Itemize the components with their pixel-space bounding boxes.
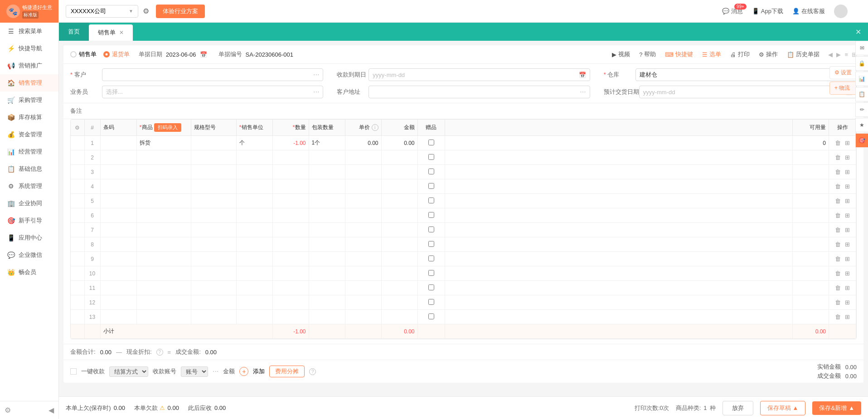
tab-sales-order[interactable]: 销售单 ✕ [89,24,133,41]
row-product-12[interactable] [136,295,191,310]
row-price-6[interactable] [345,208,381,223]
row-pkgqty-8[interactable] [309,237,345,252]
row-copy-7[interactable]: ⊞ [845,226,850,233]
settings-button[interactable]: ⚙ 设置 [829,66,857,79]
row-qty-9[interactable] [272,252,309,266]
list-view-icon[interactable]: ≡ [844,51,848,58]
sidebar-item-basics[interactable]: 📋 基础信息 [0,160,58,178]
gift-checkbox-4[interactable] [428,183,434,189]
row-copy-1[interactable]: ⊞ [845,140,850,146]
customer-addr-input[interactable]: ··· [369,86,590,98]
row-amount-9[interactable] [381,252,417,266]
row-product-13[interactable] [136,310,191,324]
row-qty-6[interactable] [272,208,309,223]
row-qty-7[interactable] [272,223,309,237]
row-barcode-11[interactable] [100,281,136,295]
row-barcode-8[interactable] [100,237,136,252]
row-gift-2[interactable] [417,150,445,165]
row-gift-4[interactable] [417,179,445,194]
row-memo-4[interactable] [445,179,793,194]
gift-checkbox-5[interactable] [428,197,434,203]
sidebar-item-finance[interactable]: 💰 资金管理 [0,126,58,143]
sidebar-item-search[interactable]: ☰ 搜索菜单 [0,23,58,40]
expense-info-icon[interactable]: ? [309,368,316,375]
row-copy-10[interactable]: ⊞ [845,270,850,277]
sidebar-item-wechat[interactable]: 💬 企业微信 [0,246,58,264]
sidebar-item-member[interactable]: 👑 畅会员 [0,264,58,281]
row-pkgqty-6[interactable] [309,208,345,223]
sidebar-item-guide[interactable]: 🎯 新手引导 [0,212,58,229]
industry-button[interactable]: 体验行业方案 [156,5,205,18]
salesman-input[interactable]: 选择... ··· [102,86,323,98]
row-product-7[interactable] [136,223,191,237]
row-spec-7[interactable] [191,223,236,237]
account-dots[interactable]: ··· [213,367,218,376]
row-barcode-9[interactable] [100,252,136,266]
row-pkgqty-11[interactable] [309,281,345,295]
row-pkgqty-7[interactable] [309,223,345,237]
row-qty-4[interactable] [272,179,309,194]
row-barcode-1[interactable] [100,136,136,150]
rp-btn-2[interactable]: 🔒 [855,56,868,71]
row-gift-9[interactable] [417,252,445,266]
row-pkgqty-3[interactable] [309,165,345,179]
row-pkgqty-9[interactable] [309,252,345,266]
account-select[interactable]: 账号 [181,366,208,377]
print-button[interactable]: 🖨 打印 [727,49,752,60]
row-memo-5[interactable] [445,194,793,208]
ops-button[interactable]: ⚙ 操作 [756,49,781,60]
row-product-4[interactable] [136,179,191,194]
row-qty-3[interactable] [272,165,309,179]
row-amount-2[interactable] [381,150,417,165]
row-amount-4[interactable] [381,179,417,194]
notes-input[interactable] [87,108,857,115]
sidebar-settings-icon[interactable]: ⚙ [5,406,11,414]
row-spec-3[interactable] [191,165,236,179]
row-copy-13[interactable]: ⊞ [845,313,850,320]
discount-info-icon[interactable]: ? [156,349,163,356]
save-draft-button[interactable]: 保存草稿 ▲ [760,401,806,415]
gift-checkbox-1[interactable] [428,140,434,145]
row-product-8[interactable] [136,237,191,252]
row-qty-10[interactable] [272,266,309,281]
row-spec-1[interactable] [191,136,236,150]
row-memo-1[interactable] [445,136,793,150]
row-price-1[interactable]: 0.00 [345,136,381,150]
save-new-button[interactable]: 保存&新增 ▲ [812,401,861,415]
row-delete-11[interactable]: 🗑 [835,284,841,291]
row-copy-8[interactable]: ⊞ [845,241,850,248]
row-gift-6[interactable] [417,208,445,223]
sidebar-item-quick-nav[interactable]: ⚡ 快捷导航 [0,40,58,57]
due-date-input[interactable]: yyyy-mm-dd 📅 [369,68,590,81]
rp-btn-1[interactable]: ✉ [855,41,868,55]
row-pkgqty-10[interactable] [309,266,345,281]
row-pkgqty-12[interactable] [309,295,345,310]
row-copy-5[interactable]: ⊞ [845,197,850,204]
row-copy-6[interactable]: ⊞ [845,212,850,219]
row-amount-10[interactable] [381,266,417,281]
app-download-button[interactable]: 📱 App下载 [752,7,783,15]
row-unit-11[interactable] [236,281,272,295]
add-payment-button[interactable]: + [239,367,248,376]
avatar[interactable] [834,5,848,18]
gift-checkbox-10[interactable] [428,270,434,276]
row-delete-5[interactable]: 🗑 [835,197,841,204]
row-gift-11[interactable] [417,281,445,295]
row-product-2[interactable] [136,150,191,165]
row-unit-7[interactable] [236,223,272,237]
row-delete-10[interactable]: 🗑 [835,270,841,277]
sidebar-item-system[interactable]: ⚙ 系统管理 [0,178,58,195]
row-amount-5[interactable] [381,194,417,208]
row-amount-13[interactable] [381,310,417,324]
row-gift-5[interactable] [417,194,445,208]
sidebar-item-operations[interactable]: 📊 经营管理 [0,143,58,160]
row-unit-10[interactable] [236,266,272,281]
row-copy-2[interactable]: ⊞ [845,154,850,161]
row-copy-4[interactable]: ⊞ [845,183,850,190]
row-spec-11[interactable] [191,281,236,295]
row-barcode-10[interactable] [100,266,136,281]
rp-btn-6[interactable]: ★ [855,118,868,132]
rp-btn-5[interactable]: ✏ [855,102,868,117]
row-memo-11[interactable] [445,281,793,295]
payment-method-select[interactable]: 结算方式 [109,366,148,377]
